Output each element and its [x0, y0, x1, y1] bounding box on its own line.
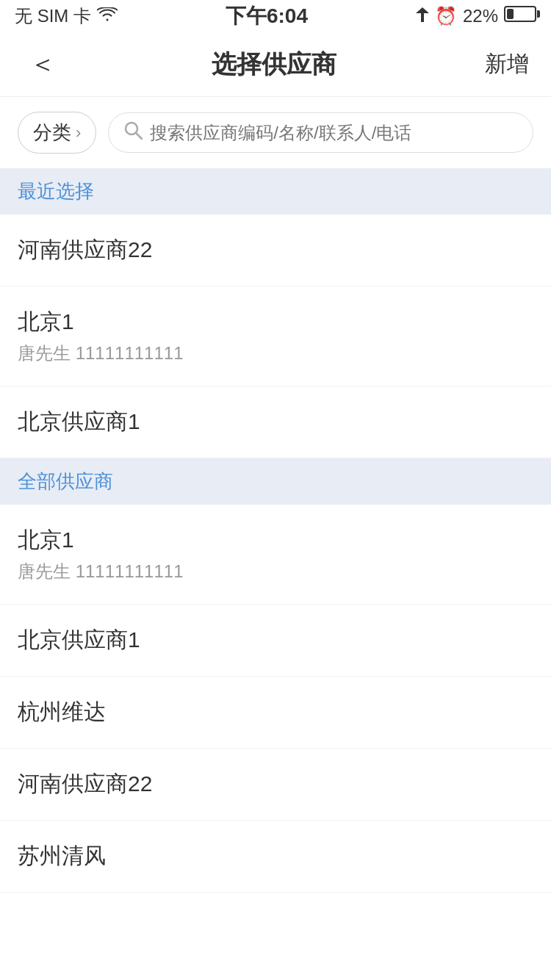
list-item[interactable]: 北京供应商1 — [0, 605, 551, 677]
item-name: 河南供应商22 — [18, 235, 533, 265]
battery-percent: 22% — [463, 6, 498, 26]
list-item[interactable]: 苏州清风 — [0, 821, 551, 893]
status-left: 无 SIM 卡 — [15, 4, 118, 28]
filter-bar: 分类 › — [0, 97, 551, 168]
item-name: 苏州清风 — [18, 841, 533, 871]
list-item[interactable]: 杭州维达 — [0, 677, 551, 749]
back-button[interactable]: ＜ — [22, 39, 63, 90]
search-icon — [123, 120, 143, 145]
sim-label: 无 SIM 卡 — [15, 4, 91, 28]
search-box — [108, 112, 533, 153]
svg-line-1 — [136, 133, 142, 139]
item-name: 北京供应商1 — [18, 407, 533, 437]
status-bar: 无 SIM 卡 下午6:04 ⏰ 22% — [0, 0, 551, 32]
item-sub: 唐先生 11111111111 — [18, 560, 533, 583]
list-item[interactable]: 北京1唐先生 11111111111 — [0, 287, 551, 386]
add-button[interactable]: 新增 — [485, 49, 529, 79]
list-item[interactable]: 北京供应商1 — [0, 386, 551, 458]
item-name: 北京供应商1 — [18, 625, 533, 655]
item-name: 北京1 — [18, 525, 533, 555]
recent-section-header: 最近选择 — [0, 168, 551, 215]
list-item[interactable]: 河南供应商22 — [0, 749, 551, 821]
list-item[interactable]: 北京1唐先生 11111111111 — [0, 505, 551, 605]
status-time: 下午6:04 — [226, 2, 308, 30]
search-input[interactable] — [150, 123, 518, 143]
wifi-icon — [97, 6, 118, 26]
item-sub: 唐先生 11111111111 — [18, 342, 533, 365]
category-label: 分类 — [33, 120, 71, 145]
item-name: 杭州维达 — [18, 697, 533, 727]
nav-bar: ＜ 选择供应商 新增 — [0, 32, 551, 97]
all-section-header: 全部供应商 — [0, 458, 551, 505]
category-button[interactable]: 分类 › — [18, 112, 96, 154]
item-name: 河南供应商22 — [18, 769, 533, 799]
item-name: 北京1 — [18, 307, 533, 337]
all-list: 北京1唐先生 11111111111北京供应商1杭州维达河南供应商22苏州清风 — [0, 505, 551, 893]
chevron-right-icon: › — [76, 123, 81, 143]
list-item[interactable]: 河南供应商22 — [0, 215, 551, 287]
battery-icon — [504, 6, 536, 26]
location-icon — [416, 6, 429, 26]
status-right: ⏰ 22% — [416, 6, 536, 26]
recent-list: 河南供应商22北京1唐先生 11111111111北京供应商1 — [0, 215, 551, 458]
page-title: 选择供应商 — [212, 48, 336, 82]
alarm-icon: ⏰ — [435, 6, 457, 26]
